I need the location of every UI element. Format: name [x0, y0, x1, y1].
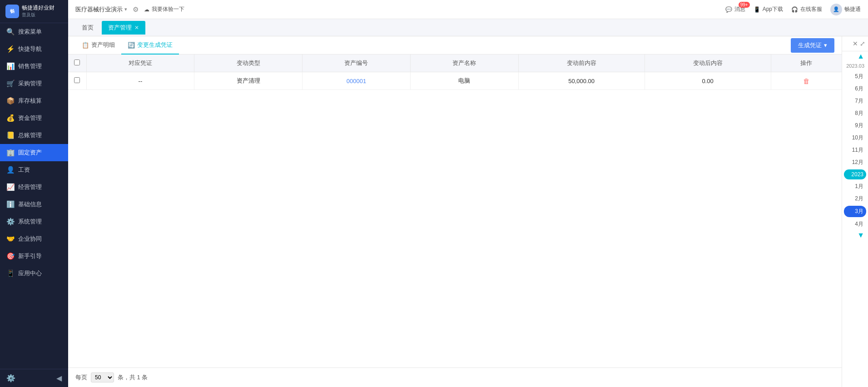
table-row: -- 资产清理 000001 电脑 50,000.00 0.00 🗑: [68, 72, 842, 90]
date-current-year[interactable]: 2023: [844, 169, 866, 179]
date-month-7[interactable]: 7月: [842, 95, 868, 107]
panel-header: ✕ ⤢: [842, 36, 868, 51]
asset-table: 对应凭证 变动类型 资产编号 资产名称 变动前内容 变动后内容 操作: [68, 55, 842, 90]
inner-tabs: 📋 资产明细 🔄 变更生成凭证 生成凭证 ▾: [68, 36, 842, 55]
date-nav-down[interactable]: ▼: [842, 230, 868, 240]
collapse-icon[interactable]: ◀: [56, 374, 62, 382]
row-after-change: 0.00: [645, 72, 771, 90]
sidebar-item-funds[interactable]: 💰 资金管理: [0, 109, 68, 127]
tab-home[interactable]: 首页: [75, 21, 100, 35]
messages-button[interactable]: 💬 消息 99+: [725, 5, 745, 13]
header-checkbox-cell: [68, 55, 86, 72]
sidebar-item-guide[interactable]: 🎯 新手引导: [0, 248, 68, 265]
refresh-icon: 🔄: [128, 42, 135, 49]
date-month-4[interactable]: 4月: [842, 218, 868, 230]
lightning-icon: ⚡: [6, 45, 15, 53]
header-change-type: 变动类型: [194, 55, 303, 72]
generate-voucher-button[interactable]: 生成凭证 ▾: [791, 38, 834, 53]
header-asset-code: 资产编号: [303, 55, 411, 72]
row-operation: 🗑: [771, 72, 842, 90]
table-header-row: 对应凭证 变动类型 资产编号 资产名称 变动前内容 变动后内容 操作: [68, 55, 842, 72]
sidebar-item-purchase[interactable]: 🛒 采购管理: [0, 75, 68, 92]
row-asset-name: 电脑: [410, 72, 518, 90]
delete-icon[interactable]: 🗑: [803, 77, 810, 85]
date-month-11[interactable]: 11月: [842, 144, 868, 156]
company-title: 医疗器械行业演示 ▾: [75, 5, 127, 14]
right-date-panel: ✕ ⤢ ▲ 2023.03 5月 6月 7月 8月 9月 10月 11月 12月…: [842, 36, 868, 387]
sidebar-logo: 畅 畅捷通好业财 普及版: [0, 0, 68, 23]
sidebar-item-sales[interactable]: 📊 销售管理: [0, 58, 68, 75]
header-voucher: 对应凭证: [86, 55, 194, 72]
date-month-8[interactable]: 8月: [842, 107, 868, 119]
sidebar-item-payroll[interactable]: 👤 工资: [0, 161, 68, 179]
sidebar-item-system[interactable]: ⚙️ 系统管理: [0, 213, 68, 230]
header-asset-name: 资产名称: [410, 55, 518, 72]
date-month-12[interactable]: 12月: [842, 156, 868, 169]
person-icon: 👤: [6, 166, 15, 174]
per-page-select[interactable]: 50 10 20 100: [91, 372, 114, 382]
main-area: 医疗器械行业演示 ▾ ⚙ ☁ 我要体验一下 💬 消息 99+ 📱 App下载 🎧…: [68, 0, 868, 387]
headset-icon: 🎧: [791, 6, 798, 13]
avatar-icon: 👤: [833, 6, 839, 12]
search-icon: 🔍: [6, 28, 15, 36]
sidebar-item-basic-info[interactable]: ℹ️ 基础信息: [0, 196, 68, 213]
date-month-9[interactable]: 9月: [842, 119, 868, 132]
date-month-5[interactable]: 5月: [842, 70, 868, 83]
row-checkbox[interactable]: [74, 77, 80, 83]
company-dropdown-icon[interactable]: ▾: [124, 6, 127, 12]
sidebar-item-inventory[interactable]: 📦 库存核算: [0, 92, 68, 109]
date-month-1[interactable]: 1月: [842, 180, 868, 193]
sidebar-item-management[interactable]: 📈 经营管理: [0, 179, 68, 196]
system-icon: ⚙️: [6, 218, 15, 226]
mobile-icon: 📱: [6, 269, 15, 278]
pagination: 每页 50 10 20 100 条，共 1 条: [68, 367, 842, 387]
settings-gear-icon[interactable]: ⚙: [133, 5, 139, 14]
chevron-down-icon: ▾: [824, 42, 827, 49]
box-icon: 📦: [6, 97, 15, 105]
book-icon: 📒: [6, 131, 15, 139]
date-month-3[interactable]: 3月: [844, 206, 866, 217]
header-after-change: 变动后内容: [645, 55, 771, 72]
sidebar-item-search[interactable]: 🔍 搜索菜单: [0, 23, 68, 40]
handshake-icon: 🤝: [6, 235, 15, 243]
tab-close-icon[interactable]: ✕: [134, 25, 139, 31]
app-logo-text: 畅捷通好业财 普及版: [22, 5, 55, 18]
app-logo-icon: 畅: [5, 5, 19, 18]
panel-expand-icon[interactable]: ⤢: [860, 40, 865, 47]
date-month-2[interactable]: 2月: [842, 193, 868, 205]
experience-button[interactable]: ☁ 我要体验一下: [144, 5, 184, 13]
chart-icon: 📊: [6, 62, 15, 70]
row-checkbox-cell: [68, 72, 86, 90]
content-area: 📋 资产明细 🔄 变更生成凭证 生成凭证 ▾: [68, 36, 842, 387]
sidebar-item-fixed-assets[interactable]: 🏢 固定资产: [0, 144, 68, 161]
row-before-change: 50,000.00: [518, 72, 645, 90]
info-icon: ℹ️: [6, 200, 15, 208]
sidebar-item-quick-nav[interactable]: ⚡ 快捷导航: [0, 40, 68, 58]
app-download-button[interactable]: 📱 App下载: [754, 5, 783, 13]
tabbar: 首页 资产管理 ✕: [68, 19, 868, 36]
customer-service-button[interactable]: 🎧 在线客服: [791, 5, 822, 13]
sidebar: 畅 畅捷通好业财 普及版 🔍 搜索菜单 ⚡ 快捷导航 📊 销售管理 🛒 采购管理…: [0, 0, 68, 387]
inner-tab-asset-detail[interactable]: 📋 资产明细: [75, 36, 121, 55]
date-month-10[interactable]: 10月: [842, 132, 868, 144]
sidebar-item-app-center[interactable]: 📱 应用中心: [0, 265, 68, 282]
cart-icon: 🛒: [6, 79, 15, 88]
header-operation: 操作: [771, 55, 842, 72]
tab-asset-management[interactable]: 资产管理 ✕: [102, 21, 145, 35]
header-right: 💬 消息 99+ 📱 App下载 🎧 在线客服 👤 畅捷通: [725, 4, 861, 15]
panel-close-icon[interactable]: ✕: [853, 40, 858, 47]
date-nav-up[interactable]: ▲: [842, 51, 868, 61]
select-all-checkbox[interactable]: [74, 60, 80, 65]
date-month-6[interactable]: 6月: [842, 83, 868, 95]
sidebar-item-general-ledger[interactable]: 📒 总账管理: [0, 127, 68, 144]
inner-tab-change-voucher[interactable]: 🔄 变更生成凭证: [121, 36, 179, 55]
date-panel-content: ▲ 2023.03 5月 6月 7月 8月 9月 10月 11月 12月 202…: [842, 51, 868, 387]
date-year-label: 2023.03: [842, 61, 868, 70]
row-asset-code[interactable]: 000001: [303, 72, 411, 90]
money-icon: 💰: [6, 114, 15, 122]
sidebar-item-enterprise[interactable]: 🤝 企业协同: [0, 230, 68, 248]
settings-icon[interactable]: ⚙️: [6, 374, 15, 382]
user-profile[interactable]: 👤 畅捷通: [830, 4, 861, 15]
trend-icon: 📈: [6, 183, 15, 191]
sidebar-bottom: ⚙️ ◀: [0, 369, 68, 387]
